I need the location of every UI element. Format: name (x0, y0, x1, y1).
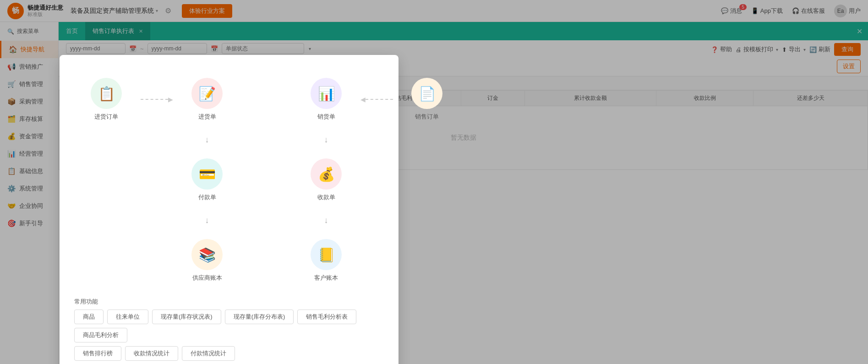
func-btn-payment-stats[interactable]: 付款情况统计 (182, 346, 235, 361)
common-func-title: 常用功能 (74, 298, 384, 306)
arrow-h-1: ▶ (141, 96, 173, 103)
purchase-slip-icon: 📝 (191, 78, 223, 109)
purchase-order-icon: 📋 (91, 78, 122, 109)
sales-order-label: 销售订单 (415, 113, 439, 121)
quick-nav-modal: 📋 进货订单 ▶ 📝 进货单 📊 销货单 ◀ (60, 55, 399, 364)
receipt-icon: 💰 (311, 158, 342, 190)
func-buttons-row2: 销售排行榜 收款情况统计 付款情况统计 (74, 346, 384, 361)
func-btn-stock-status[interactable]: 现存量(库存状况表) (152, 310, 221, 324)
func-btn-sales-profit[interactable]: 销售毛利分析表 (297, 310, 356, 324)
modal-overlay[interactable]: 📋 进货订单 ▶ 📝 进货单 📊 销货单 ◀ (0, 0, 868, 364)
func-btn-goods-profit[interactable]: 商品毛利分析 (74, 328, 127, 342)
purchase-slip-label: 进货单 (198, 113, 216, 121)
supplier-ledger-label: 供应商账本 (192, 274, 222, 282)
func-btn-sales-rank[interactable]: 销售排行榜 (74, 346, 121, 361)
arrow-down-receipt: ↓ (324, 209, 328, 232)
arrow-h-2: ◀ (360, 96, 393, 103)
purchase-order-label: 进货订单 (94, 113, 118, 121)
sales-order-icon: 📄 (411, 78, 442, 109)
flow-node-sales-order[interactable]: 📄 销售订单 (411, 71, 442, 128)
flow-diagram: 📋 进货订单 ▶ 📝 进货单 📊 销货单 ◀ (74, 66, 384, 294)
func-btn-stock-dist[interactable]: 现存量(库存分布表) (225, 310, 294, 324)
flow-node-payment[interactable]: 💳 付款单 (191, 151, 223, 209)
arrow-down-payment: ↓ (205, 209, 209, 232)
func-btn-goods[interactable]: 商品 (74, 310, 104, 324)
flow-node-purchase-slip[interactable]: 📝 进货单 (191, 71, 223, 128)
common-functions-section: 常用功能 商品 往来单位 现存量(库存状况表) 现存量(库存分布表) 销售毛利分… (74, 298, 384, 361)
payment-icon: 💳 (191, 158, 223, 190)
arrow-down-purchase: ↓ (205, 128, 209, 151)
flow-node-purchase-order[interactable]: 📋 进货订单 (91, 71, 122, 128)
modal-body: 📋 进货订单 ▶ 📝 进货单 📊 销货单 ◀ (60, 55, 399, 364)
customer-ledger-label: 客户账本 (314, 274, 338, 282)
func-buttons-row1: 商品 往来单位 现存量(库存状况表) 现存量(库存分布表) 销售毛利分析表 商品… (74, 310, 384, 342)
receipt-label: 收款单 (317, 193, 335, 201)
sales-slip-icon: 📊 (311, 78, 342, 109)
arrow-down-sales: ↓ (324, 128, 328, 151)
func-btn-receipt-stats[interactable]: 收款情况统计 (125, 346, 178, 361)
flow-node-customer-ledger[interactable]: 📒 客户账本 (311, 232, 342, 289)
payment-label: 付款单 (198, 193, 216, 201)
flow-node-sales-slip[interactable]: 📊 销货单 (311, 71, 342, 128)
flow-node-supplier-ledger[interactable]: 📚 供应商账本 (191, 232, 223, 289)
customer-ledger-icon: 📒 (311, 239, 342, 270)
func-btn-partner[interactable]: 往来单位 (107, 310, 148, 324)
supplier-ledger-icon: 📚 (191, 239, 223, 270)
sales-slip-label: 销货单 (317, 113, 335, 121)
flow-node-receipt[interactable]: 💰 收款单 (311, 151, 342, 209)
